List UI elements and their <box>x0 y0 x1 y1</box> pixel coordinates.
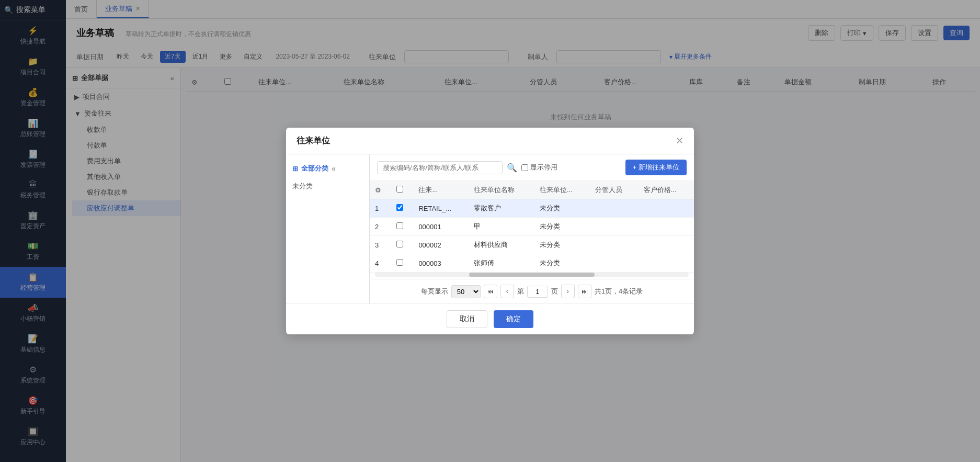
dialog-title: 往来单位 <box>297 136 330 147</box>
th-price: 客户价格... <box>639 181 694 199</box>
row-price <box>639 199 694 218</box>
th-manager: 分管人员 <box>590 181 638 199</box>
dialog-body: ⊞ 全部分类 « 未分类 🔍 显示停用 <box>286 154 694 303</box>
row-code: RETAIL_... <box>413 199 469 218</box>
row-checkbox[interactable] <box>391 199 413 218</box>
row-checkbox[interactable] <box>391 254 413 273</box>
page-label: 页 <box>551 287 558 296</box>
row-price <box>639 254 694 273</box>
row-code: 000003 <box>413 254 469 273</box>
total-label: 共1页，4条记录 <box>595 287 643 296</box>
search-icon: 🔍 <box>507 163 517 173</box>
partner-dialog: 往来单位 ✕ ⊞ 全部分类 « 未分类 🔍 <box>286 128 694 334</box>
row-category: 未分类 <box>534 236 590 254</box>
th-name: 往来单位名称 <box>469 181 534 199</box>
grid-icon: ⊞ <box>292 165 298 173</box>
modal-overlay: 往来单位 ✕ ⊞ 全部分类 « 未分类 🔍 <box>0 0 980 462</box>
row-price <box>639 236 694 254</box>
row-num: 1 <box>370 199 391 218</box>
dialog-category-header: ⊞ 全部分类 « <box>286 160 369 177</box>
per-page-select[interactable]: 50 100 200 <box>451 285 481 298</box>
scrollbar-thumb[interactable] <box>469 273 595 277</box>
table-row[interactable]: 2 000001 甲 未分类 <box>370 218 694 236</box>
table-row[interactable]: 1 RETAIL_... 零散客户 未分类 <box>370 199 694 218</box>
th-checkbox[interactable] <box>391 181 413 199</box>
row-num: 2 <box>370 218 391 236</box>
dialog-search: 🔍 显示停用 <box>377 161 557 174</box>
collapse-category-icon[interactable]: « <box>332 164 336 173</box>
dialog-close-button[interactable]: ✕ <box>676 135 683 147</box>
row-manager <box>590 236 638 254</box>
row-code: 000002 <box>413 236 469 254</box>
th-code: 往来... <box>413 181 469 199</box>
th-settings[interactable]: ⚙ <box>370 181 391 199</box>
dialog-table: ⚙ 往来... 往来单位名称 往来单位... 分管人员 客户价格... <box>370 181 694 273</box>
dialog-right: 🔍 显示停用 + 新增往来单位 ⚙ <box>370 154 694 303</box>
first-page-button[interactable]: ⏮ <box>484 285 497 298</box>
row-manager <box>590 199 638 218</box>
search-input[interactable] <box>377 161 503 174</box>
add-partner-button[interactable]: + 新增往来单位 <box>625 160 687 175</box>
row-name: 材料供应商 <box>469 236 534 254</box>
page-number-label: 第 <box>517 287 524 296</box>
page-number-input[interactable] <box>527 286 548 298</box>
row-manager <box>590 218 638 236</box>
row-category: 未分类 <box>534 199 590 218</box>
row-price <box>639 218 694 236</box>
th-type: 往来单位... <box>534 181 590 199</box>
row-code: 000001 <box>413 218 469 236</box>
row-name: 甲 <box>469 218 534 236</box>
category-unclassified[interactable]: 未分类 <box>286 177 369 195</box>
last-page-button[interactable]: ⏭ <box>578 285 591 298</box>
cancel-button[interactable]: 取消 <box>447 310 487 328</box>
table-row[interactable]: 4 000003 张师傅 未分类 <box>370 254 694 273</box>
dialog-actions: 取消 确定 <box>286 303 694 334</box>
row-name: 零散客户 <box>469 199 534 218</box>
next-page-button[interactable]: › <box>561 285 575 298</box>
row-num: 4 <box>370 254 391 273</box>
row-checkbox[interactable] <box>391 218 413 236</box>
row-name: 张师傅 <box>469 254 534 273</box>
dialog-toolbar: 🔍 显示停用 + 新增往来单位 <box>370 154 694 181</box>
dialog-categories: ⊞ 全部分类 « 未分类 <box>286 154 370 303</box>
dialog-select-all[interactable] <box>396 186 403 193</box>
row-category: 未分类 <box>534 218 590 236</box>
table-row[interactable]: 3 000002 材料供应商 未分类 <box>370 236 694 254</box>
dialog-pagination: 每页显示 50 100 200 ⏮ ‹ 第 页 › ⏭ 共1页，4条记录 <box>370 279 694 303</box>
row-num: 3 <box>370 236 391 254</box>
show-disabled-label[interactable]: 显示停用 <box>521 163 557 172</box>
dialog-header: 往来单位 ✕ <box>286 128 694 154</box>
per-page-label: 每页显示 <box>421 287 448 296</box>
prev-page-button[interactable]: ‹ <box>500 285 514 298</box>
show-disabled-checkbox[interactable] <box>521 164 528 171</box>
row-category: 未分类 <box>534 254 590 273</box>
confirm-button[interactable]: 确定 <box>494 310 533 328</box>
dialog-table-wrap: ⚙ 往来... 往来单位名称 往来单位... 分管人员 客户价格... <box>370 181 694 273</box>
horizontal-scrollbar[interactable] <box>375 273 689 277</box>
row-checkbox[interactable] <box>391 236 413 254</box>
row-manager <box>590 254 638 273</box>
